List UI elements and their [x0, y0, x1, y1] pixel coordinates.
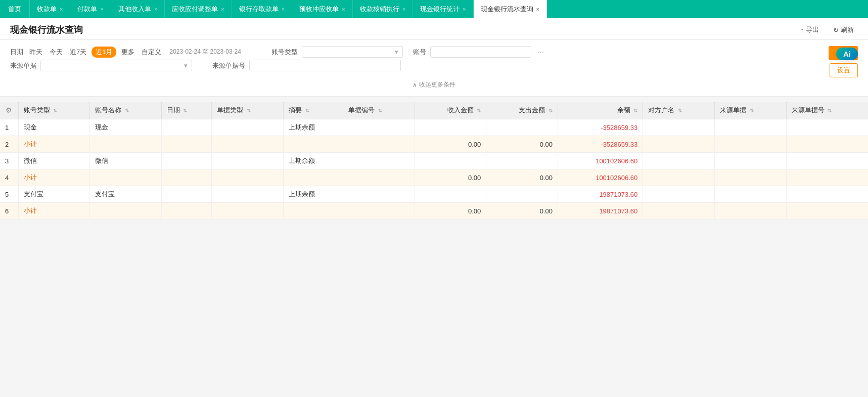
account-input[interactable]	[430, 46, 531, 58]
nav-tab-close-5[interactable]: ×	[342, 6, 345, 12]
cell-date	[161, 186, 212, 203]
cell-doc_no	[343, 153, 415, 169]
nav-tab-close-2[interactable]: ×	[154, 6, 157, 12]
th-account-type[interactable]: 账号类型 ⇅	[18, 102, 90, 119]
gear-icon[interactable]: ⚙	[6, 106, 12, 114]
table-header-row: ⚙ 账号类型 ⇅ 账号名称 ⇅ 日期 ⇅ 单据类型 ⇅	[0, 102, 868, 119]
page-title: 现金银行流水查询	[10, 24, 83, 36]
nav-tab-6[interactable]: 收款核销执行 ×	[353, 0, 413, 18]
cell-summary: 上期余额	[284, 186, 343, 203]
cell-source_doc	[714, 153, 786, 169]
account-type-label: 账号类型	[271, 48, 298, 57]
cell-account_name	[90, 203, 162, 219]
th-counterpart[interactable]: 对方户名 ⇅	[643, 102, 715, 119]
account-type-filter-group: 账号类型 ▾	[271, 46, 403, 58]
sort-icon-source-doc-no: ⇅	[828, 108, 832, 113]
cell-source_doc_no	[786, 186, 868, 203]
cell-expense	[486, 186, 558, 203]
shortcut-7days[interactable]: 近7天	[68, 47, 88, 58]
cell-date	[161, 119, 212, 136]
filter-row-2: 来源单据 ▾ 来源单据号	[10, 60, 818, 71]
nav-tab-close-0[interactable]: ×	[60, 6, 63, 12]
account-type-select[interactable]: ▾	[302, 46, 403, 58]
th-income[interactable]: 收入金额 ⇅	[415, 102, 486, 119]
cell-expense: 0.00	[486, 136, 558, 153]
ai-badge[interactable]: Ai	[836, 48, 858, 60]
nav-tab-3[interactable]: 应收应付调整单 ×	[165, 0, 232, 18]
cell-doc_type	[212, 136, 284, 153]
account-more-btn[interactable]: ···	[535, 48, 546, 57]
nav-tab-label-1: 付款单	[77, 5, 97, 14]
th-expense[interactable]: 支出金额 ⇅	[486, 102, 558, 119]
cell-account_name	[90, 169, 162, 186]
nav-tab-close-8[interactable]: ×	[536, 6, 539, 12]
cell-doc_type	[212, 119, 284, 136]
th-doc-type[interactable]: 单据类型 ⇅	[212, 102, 284, 119]
nav-tab-0[interactable]: 收款单 ×	[30, 0, 70, 18]
nav-tab-2[interactable]: 其他收入单 ×	[111, 0, 165, 18]
th-date[interactable]: 日期 ⇅	[161, 102, 212, 119]
collapse-bar[interactable]: ∧ 收起更多条件	[10, 77, 858, 90]
cell-income	[415, 153, 486, 169]
cell-doc_type	[212, 186, 284, 203]
export-label: 导出	[806, 25, 819, 34]
table-row: 1现金现金上期余额-3528659.33	[0, 119, 868, 136]
cell-source_doc_no	[786, 136, 868, 153]
cell-doc_type	[212, 153, 284, 169]
cell-source_doc_no	[786, 203, 868, 219]
cell-doc_no	[343, 169, 415, 186]
th-account-name[interactable]: 账号名称 ⇅	[90, 102, 162, 119]
nav-tab-close-6[interactable]: ×	[402, 6, 405, 12]
cell-doc_no	[343, 136, 415, 153]
th-settings[interactable]: ⚙	[0, 102, 18, 119]
sort-icon-counterpart: ⇅	[678, 108, 682, 113]
th-summary[interactable]: 摘要 ⇅	[284, 102, 343, 119]
nav-tab-7[interactable]: 现金银行统计 ×	[413, 0, 473, 18]
settings-button[interactable]: 设置	[830, 63, 858, 77]
cell-account_type: 微信	[18, 153, 90, 169]
th-doc-no[interactable]: 单据编号 ⇅	[343, 102, 415, 119]
nav-tab-close-4[interactable]: ×	[282, 6, 285, 12]
nav-tab-4[interactable]: 银行存取款单 ×	[232, 0, 292, 18]
cell-account_type: 支付宝	[18, 186, 90, 203]
nav-home[interactable]: 首页	[0, 0, 30, 18]
export-button[interactable]: ↑ 导出	[797, 23, 824, 36]
sort-icon-account-name: ⇅	[125, 108, 129, 113]
table-container: ⚙ 账号类型 ⇅ 账号名称 ⇅ 日期 ⇅ 单据类型 ⇅	[0, 102, 868, 219]
nav-tab-close-1[interactable]: ×	[100, 6, 103, 12]
nav-tab-5[interactable]: 预收冲应收单 ×	[292, 0, 352, 18]
source-doc-no-filter-group: 来源单据号	[212, 60, 401, 71]
source-doc-no-input[interactable]	[249, 60, 401, 71]
cell-date	[161, 136, 212, 153]
refresh-button[interactable]: ↻ 刷新	[829, 23, 858, 36]
cell-doc_no	[343, 203, 415, 219]
th-source-doc[interactable]: 来源单据 ⇅	[714, 102, 786, 119]
source-doc-select[interactable]: ▾	[40, 60, 192, 71]
th-balance[interactable]: 余额 ⇅	[558, 102, 643, 119]
shortcut-more[interactable]: 更多	[119, 47, 136, 58]
nav-tab-close-7[interactable]: ×	[463, 6, 466, 12]
table-row: 6小计0.000.0019871073.60	[0, 203, 868, 219]
filter-row-1: 日期 昨天 今天 近7天 近1月 更多 自定义 2023-02-24 至 202…	[10, 46, 818, 58]
cell-counterpart	[643, 186, 715, 203]
cell-balance: 100102606.60	[558, 153, 643, 169]
cell-balance: 19871073.60	[558, 186, 643, 203]
shortcut-1month[interactable]: 近1月	[92, 47, 116, 58]
cell-balance: 100102606.60	[558, 169, 643, 186]
cell-counterpart	[643, 153, 715, 169]
nav-tab-close-3[interactable]: ×	[221, 6, 224, 12]
cell-balance: 19871073.60	[558, 203, 643, 219]
nav-tab-8[interactable]: 现金银行流水查询 ×	[474, 0, 547, 18]
nav-tab-label-3: 应收应付调整单	[172, 5, 218, 14]
sort-icon-income: ⇅	[477, 108, 481, 113]
shortcut-yesterday[interactable]: 昨天	[27, 47, 44, 58]
source-doc-label: 来源单据	[10, 61, 36, 70]
cell-account_type: 小计	[18, 203, 90, 219]
cell-doc_no	[343, 186, 415, 203]
shortcut-today[interactable]: 今天	[48, 47, 65, 58]
th-source-doc-no[interactable]: 来源单据号 ⇅	[786, 102, 868, 119]
nav-tab-1[interactable]: 付款单 ×	[70, 0, 111, 18]
account-filter-group: 账号 ···	[413, 46, 546, 58]
cell-account_type: 现金	[18, 119, 90, 136]
shortcut-custom[interactable]: 自定义	[140, 47, 163, 58]
